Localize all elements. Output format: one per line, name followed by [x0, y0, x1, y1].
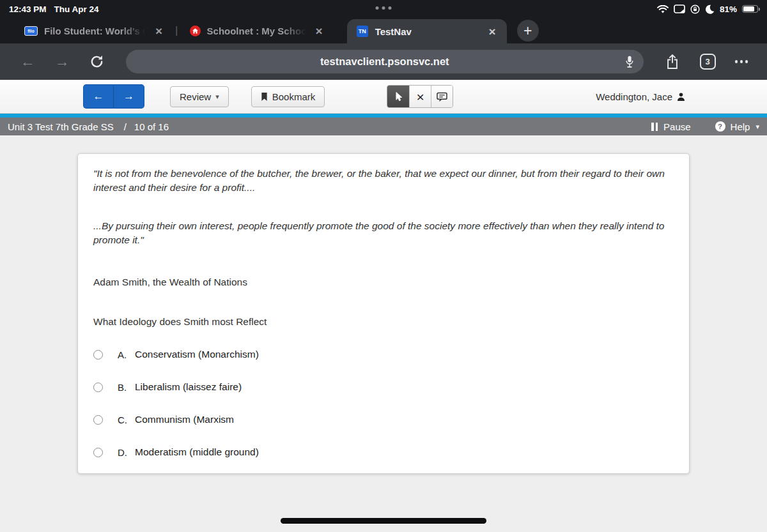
new-tab-button[interactable]: + [517, 20, 539, 42]
question-card: "It is not from the benevolence of the b… [77, 153, 690, 474]
radio-button[interactable] [93, 350, 103, 360]
option-letter: C. [118, 414, 135, 425]
option-text: Conservatism (Monarchism) [135, 349, 259, 360]
previous-question-button[interactable]: ← [83, 84, 114, 109]
filo-favicon: filo [24, 26, 38, 36]
chevron-down-icon: ▾ [215, 93, 219, 101]
tab-title: Filo Student: World's O [44, 26, 148, 36]
stimulus-quote-2: ...By pursuing their own interest, peopl… [93, 219, 674, 247]
browser-back-button[interactable]: ← [19, 53, 36, 70]
rotation-lock-icon [690, 4, 700, 14]
radio-button[interactable] [93, 383, 103, 392]
pointer-tool-button[interactable] [387, 86, 409, 107]
test-status-bar: Unit 3 Test 7th Grade SS / 10 of 16 Paus… [0, 118, 767, 135]
option-text: Communism (Marxism [135, 414, 234, 425]
option-letter: D. [118, 447, 135, 458]
student-name-label: Weddington, Jace [596, 91, 672, 102]
tab-schoolnet[interactable]: Schoolnet : My Schooln × [185, 18, 329, 43]
bookmark-icon [261, 92, 268, 102]
tab-title: TestNav [375, 26, 481, 37]
status-bar: 12:43 PM Thu Apr 24 81% [0, 0, 767, 18]
clock: 12:43 PM [9, 4, 47, 14]
review-label: Review [180, 91, 211, 102]
close-tab-icon[interactable]: × [154, 25, 164, 37]
question-area: "It is not from the benevolence of the b… [0, 135, 767, 532]
answer-option-b[interactable]: B. Liberalism (laissez faire) [93, 381, 674, 393]
browser-tab-strip: filo Filo Student: World's O × | Schooln… [0, 18, 767, 43]
bookmark-label: Bookmark [272, 91, 316, 102]
student-name[interactable]: Weddington, Jace [596, 91, 685, 102]
option-letter: B. [118, 382, 135, 393]
answer-option-d[interactable]: D. Moderatism (middle ground) [93, 446, 674, 458]
microphone-icon[interactable] [625, 55, 634, 68]
help-icon: ? [715, 121, 725, 132]
close-tab-icon[interactable]: × [314, 25, 324, 37]
answer-eliminator-tool-button[interactable]: × [409, 86, 431, 107]
multitasking-indicator [376, 6, 392, 10]
close-tab-icon[interactable]: × [488, 26, 497, 38]
answer-option-a[interactable]: A. Conservatism (Monarchism) [93, 349, 674, 360]
bookmark-button[interactable]: Bookmark [251, 86, 325, 107]
address-bar[interactable]: testnavclient.psonsvc.net [126, 50, 644, 73]
testnav-favicon: TN [357, 26, 368, 37]
url-text: testnavclient.psonsvc.net [320, 56, 449, 68]
person-icon [677, 93, 685, 101]
browser-forward-button[interactable]: → [54, 53, 70, 70]
pause-label: Pause [663, 121, 691, 132]
help-label: Help [731, 121, 750, 132]
share-icon[interactable] [665, 54, 679, 70]
pause-icon [651, 123, 658, 131]
tab-title: Schoolnet : My Schooln [207, 26, 308, 36]
answer-tools-group: × [387, 85, 453, 108]
home-indicator[interactable] [281, 518, 486, 524]
browser-menu-icon[interactable] [735, 60, 748, 63]
browser-toolbar: ← → testnavclient.psonsvc.net 3 [0, 43, 767, 80]
tab-switcher-button[interactable]: 3 [700, 54, 716, 70]
tab-filo-student[interactable]: filo Filo Student: World's O × [19, 18, 169, 43]
wifi-icon [657, 5, 669, 13]
battery-icon [742, 5, 758, 13]
pause-button[interactable]: Pause [651, 121, 691, 132]
question-position: 10 of 16 [134, 121, 169, 132]
battery-percent: 81% [720, 4, 737, 14]
notepad-tool-button[interactable] [431, 86, 453, 107]
stimulus-quote-1: "It is not from the benevolence of the b… [93, 167, 674, 195]
tab-testnav-active[interactable]: TN TestNav × [347, 19, 507, 43]
next-question-button[interactable]: → [114, 84, 144, 109]
option-letter: A. [118, 349, 135, 360]
radio-button[interactable] [93, 415, 103, 425]
test-name-separator: / [124, 121, 127, 132]
testnav-toolbar: ← → Review ▾ Bookmark × Weddington, Jace [0, 80, 767, 114]
option-text: Liberalism (laissez faire) [135, 381, 242, 393]
review-dropdown-button[interactable]: Review ▾ [170, 86, 229, 107]
answer-option-c[interactable]: C. Communism (Marxism [93, 414, 674, 425]
tab-separator: | [175, 24, 178, 37]
test-name: Unit 3 Test 7th Grade SS [8, 121, 114, 132]
quote-attribution: Adam Smith, the Wealth of Nations [93, 277, 674, 288]
date: Thu Apr 24 [54, 4, 99, 14]
radio-button[interactable] [93, 448, 103, 457]
do-not-disturb-moon-icon [705, 4, 715, 14]
option-text: Moderatism (middle ground) [135, 446, 259, 458]
help-dropdown-button[interactable]: ? Help ▾ [715, 121, 759, 132]
question-prompt: What Ideology does Smith most Reflect [93, 316, 674, 328]
screen-mirroring-icon [674, 4, 685, 13]
schoolnet-favicon [190, 26, 201, 36]
chevron-down-icon: ▾ [755, 123, 759, 131]
eliminator-x-icon: × [417, 90, 424, 103]
reload-icon[interactable] [89, 54, 104, 69]
